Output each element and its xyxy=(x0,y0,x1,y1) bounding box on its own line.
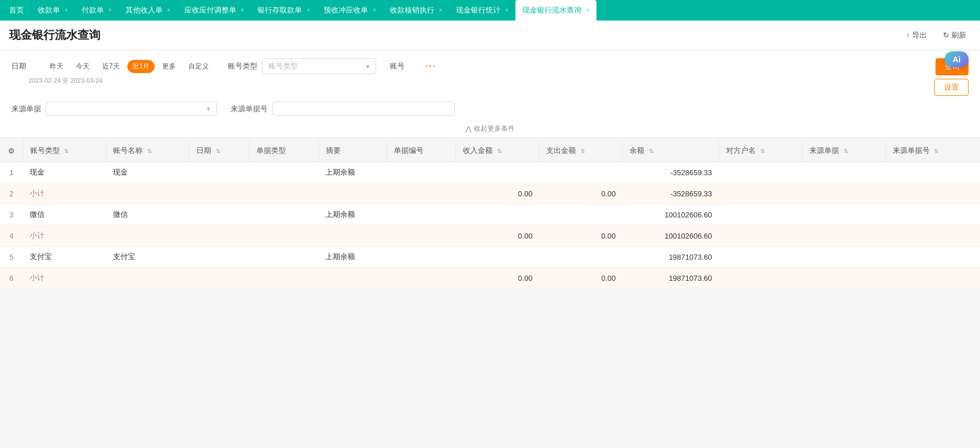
cell-summary: 上期余额 xyxy=(318,247,387,268)
nav-item-collection-exec[interactable]: 收款核销执行 × xyxy=(383,0,449,21)
export-button[interactable]: ↑ 导出 xyxy=(902,28,932,43)
refresh-icon: ↻ xyxy=(943,31,949,39)
page-header: 现金银行流水查询 ↑ 导出 ↻ 刷新 xyxy=(0,21,980,50)
cell-income: 0.00 xyxy=(456,225,539,247)
cell-counterparty xyxy=(719,162,802,183)
close-other-income-icon[interactable]: × xyxy=(167,0,171,21)
date-btn-1month[interactable]: 近1月 xyxy=(127,60,155,73)
col-date[interactable]: 日期 ⇅ xyxy=(189,140,249,162)
sort-icon-counterparty: ⇅ xyxy=(760,148,765,154)
cell-summary: 上期余额 xyxy=(318,162,387,183)
cell-source-doc xyxy=(802,183,885,204)
account-type-filter-group: 账号类型 账号类型 ▾ xyxy=(228,58,376,74)
close-collection-exec-icon[interactable]: × xyxy=(439,0,442,21)
cell-date xyxy=(189,183,249,204)
source-doc-num-input[interactable] xyxy=(272,102,455,116)
cell-doc-no xyxy=(387,162,456,183)
cell-doc-type xyxy=(249,225,318,247)
filter-row-2: 来源单据 ▾ 来源单据号 xyxy=(11,102,969,116)
col-settings[interactable]: ⚙ xyxy=(0,140,23,162)
table-row: 2小计0.000.00-3528659.33 xyxy=(0,183,980,204)
top-nav: 首页 收款单 × 付款单 × 其他收入单 × 应收应付调整单 × 银行存取款单 … xyxy=(0,0,980,21)
col-balance[interactable]: 余额 ⇅ xyxy=(623,140,719,162)
date-btn-7days[interactable]: 近7天 xyxy=(97,60,125,73)
cell-account-type: 微信 xyxy=(23,204,106,225)
cell-row-num: 6 xyxy=(0,268,23,289)
nav-item-bank-deposit[interactable]: 银行存取款单 × xyxy=(251,0,317,21)
nav-item-other-income[interactable]: 其他收入单 × xyxy=(119,0,178,21)
cell-source-doc xyxy=(802,268,885,289)
close-receipts-icon[interactable]: × xyxy=(64,0,68,21)
col-doc-no[interactable]: 单据编号 xyxy=(387,140,456,162)
collapse-up-icon: ⋀ xyxy=(466,125,471,133)
date-btn-yesterday[interactable]: 昨天 xyxy=(45,60,68,73)
cell-account-type: 现金 xyxy=(23,162,106,183)
date-btn-custom[interactable]: 自定义 xyxy=(183,60,214,73)
cell-account-name xyxy=(106,225,189,247)
cell-expense xyxy=(539,162,623,183)
table-row: 4小计0.000.00100102606.60 xyxy=(0,225,980,247)
nav-item-adjustment[interactable]: 应收应付调整单 × xyxy=(178,0,251,21)
col-account-name[interactable]: 账号名称 ⇅ xyxy=(106,140,189,162)
close-bank-deposit-icon[interactable]: × xyxy=(306,0,310,21)
nav-item-advance[interactable]: 预收冲应收单 × xyxy=(317,0,383,21)
cell-row-num: 3 xyxy=(0,204,23,225)
source-doc-num-label: 来源单据号 xyxy=(231,104,268,114)
cell-source-doc xyxy=(802,162,885,183)
cell-source-doc-no xyxy=(885,247,980,268)
account-dots-button[interactable]: ··· xyxy=(423,61,438,71)
col-source-doc[interactable]: 来源单据 ⇅ xyxy=(802,140,885,162)
nav-item-bank-flow[interactable]: 现金银行流水查询 × xyxy=(515,0,596,21)
close-advance-icon[interactable]: × xyxy=(373,0,376,21)
cell-balance: 100102606.60 xyxy=(623,204,719,225)
source-doc-select[interactable]: ▾ xyxy=(46,102,217,116)
cell-expense: 0.00 xyxy=(539,183,623,204)
cell-balance: 100102606.60 xyxy=(623,225,719,247)
col-source-doc-no[interactable]: 来源单据号 ⇅ xyxy=(885,140,980,162)
cell-source-doc-no xyxy=(885,183,980,204)
account-type-label: 账号类型 xyxy=(228,61,257,71)
col-account-type[interactable]: 账号类型 ⇅ xyxy=(23,140,106,162)
date-btn-today[interactable]: 今天 xyxy=(71,60,95,73)
cell-date xyxy=(189,225,249,247)
close-bank-stats-icon[interactable]: × xyxy=(505,0,509,21)
cell-income xyxy=(456,247,539,268)
date-btn-more[interactable]: 更多 xyxy=(157,60,181,73)
col-doc-type[interactable]: 单据类型 xyxy=(249,140,318,162)
date-range-text: 2023-02-24 至 2023-03-24 xyxy=(29,77,103,84)
cell-income xyxy=(456,162,539,183)
cell-balance: -3528659.33 xyxy=(623,183,719,204)
col-expense[interactable]: 支出金额 ⇅ xyxy=(539,140,623,162)
col-counterparty[interactable]: 对方户名 ⇅ xyxy=(719,140,802,162)
account-type-select[interactable]: 账号类型 ▾ xyxy=(262,58,376,74)
collapse-bar[interactable]: ⋀ 收起更多条件 xyxy=(0,120,980,138)
nav-item-receipts[interactable]: 收款单 × xyxy=(31,0,75,21)
close-adjustment-icon[interactable]: × xyxy=(241,0,244,21)
cell-balance: 19871073.60 xyxy=(623,268,719,289)
sort-icon-expense: ⇅ xyxy=(580,148,585,154)
table-container: ⚙ 账号类型 ⇅ 账号名称 ⇅ 日期 ⇅ 单据类型 摘要 xyxy=(0,140,980,289)
nav-item-bank-stats[interactable]: 现金银行统计 × xyxy=(449,0,515,21)
table-body: 1现金现金上期余额-3528659.332小计0.000.00-3528659.… xyxy=(0,162,980,289)
close-payments-icon[interactable]: × xyxy=(108,0,112,21)
cell-expense: 0.00 xyxy=(539,268,623,289)
cell-row-num: 1 xyxy=(0,162,23,183)
col-income[interactable]: 收入金额 ⇅ xyxy=(456,140,539,162)
cell-account-type: 小计 xyxy=(23,268,106,289)
nav-item-payments[interactable]: 付款单 × xyxy=(75,0,119,21)
cell-income: 0.00 xyxy=(456,268,539,289)
col-summary[interactable]: 摘要 xyxy=(318,140,387,162)
close-bank-flow-icon[interactable]: × xyxy=(586,0,590,21)
cell-account-name xyxy=(106,268,189,289)
cell-summary: 上期余额 xyxy=(318,204,387,225)
refresh-button[interactable]: ↻ 刷新 xyxy=(938,28,971,43)
cell-row-num: 4 xyxy=(0,225,23,247)
source-doc-filter-group: 来源单据 ▾ xyxy=(11,102,217,116)
cell-doc-no xyxy=(387,183,456,204)
nav-item-home[interactable]: 首页 xyxy=(2,0,31,21)
ai-button[interactable]: Ai xyxy=(945,51,969,67)
cell-account-type: 小计 xyxy=(23,225,106,247)
settings-button[interactable]: 设置 xyxy=(934,79,969,96)
sort-icon-balance: ⇅ xyxy=(649,148,654,154)
cell-date xyxy=(189,268,249,289)
